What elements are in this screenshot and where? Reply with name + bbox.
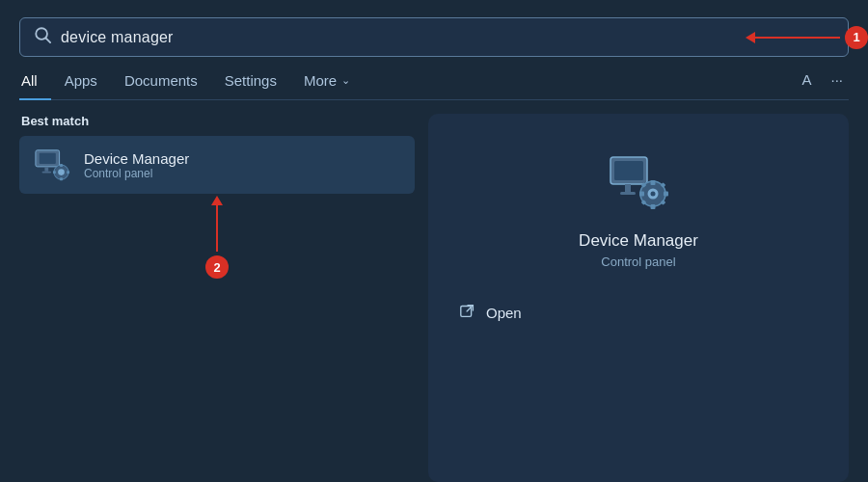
svg-rect-11 (67, 171, 69, 174)
right-panel: Device Manager Control panel Open (428, 114, 849, 482)
result-item-text: Device Manager Control panel (84, 150, 189, 180)
svg-rect-10 (53, 171, 56, 174)
svg-rect-19 (651, 180, 656, 185)
svg-line-1 (46, 39, 51, 43)
left-panel: Best match (19, 114, 415, 482)
search-icon (34, 26, 51, 48)
annotation-2-group: 2 (19, 203, 415, 279)
tab-apps[interactable]: Apps (51, 67, 111, 100)
svg-rect-20 (651, 204, 656, 209)
svg-rect-14 (625, 184, 631, 192)
right-app-subtitle: Control panel (601, 254, 675, 269)
svg-rect-21 (639, 192, 644, 197)
tab-documents[interactable]: Documents (111, 67, 211, 100)
annotation-1-group: 1 (753, 26, 868, 49)
svg-point-7 (58, 169, 65, 175)
result-item-title: Device Manager (84, 150, 189, 167)
tab-settings[interactable]: Settings (211, 67, 290, 100)
result-item-icon (33, 146, 71, 184)
svg-rect-5 (42, 172, 52, 174)
search-container: 1 (19, 17, 849, 57)
right-app-title: Device Manager (579, 231, 698, 251)
svg-rect-22 (664, 192, 668, 197)
svg-rect-9 (60, 177, 63, 180)
main-content: Best match (19, 114, 849, 482)
search-bar[interactable] (19, 17, 849, 57)
open-button[interactable]: Open (451, 296, 529, 330)
svg-rect-4 (44, 167, 48, 172)
tab-more[interactable]: More ⌄ (290, 67, 364, 100)
svg-rect-8 (60, 164, 63, 167)
result-item-subtitle: Control panel (84, 167, 189, 180)
annotation-badge-1: 1 (845, 26, 868, 49)
open-label: Open (486, 305, 522, 321)
best-match-label: Best match (19, 114, 415, 128)
annotation-badge-2: 2 (205, 255, 229, 279)
tab-all[interactable]: All (19, 67, 51, 100)
svg-rect-15 (620, 192, 636, 195)
search-input[interactable] (61, 29, 834, 46)
svg-point-18 (651, 192, 656, 197)
open-external-icon (459, 302, 476, 324)
a-button[interactable]: A (796, 69, 817, 90)
chevron-down-icon: ⌄ (341, 74, 350, 87)
tabs-row: All Apps Documents Settings More ⌄ A ··· (19, 57, 849, 100)
svg-rect-3 (40, 153, 56, 164)
svg-rect-13 (614, 161, 643, 180)
ellipsis-button[interactable]: ··· (825, 69, 849, 90)
result-item-device-manager[interactable]: Device Manager Control panel (19, 136, 415, 194)
annotation-2-arrow (216, 203, 218, 252)
tab-right-group: A ··· (796, 69, 849, 97)
right-app-icon (604, 148, 673, 218)
